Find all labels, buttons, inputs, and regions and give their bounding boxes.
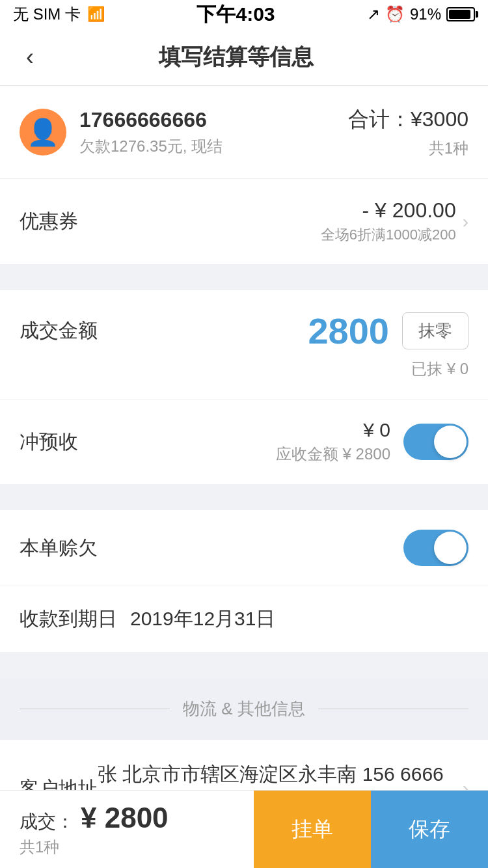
coupon-discount: - ¥ 200.00 [321, 198, 456, 223]
amount-section: 成交金额 2800 抹零 已抹 ¥ 0 [0, 290, 488, 399]
bottom-summary: 成交： ¥ 2800 共1种 [0, 802, 254, 858]
section-divider-2 [0, 497, 488, 510]
avatar: 👤 [20, 109, 66, 156]
toggle-knob [434, 426, 467, 458]
prepay-sub: 应收金额 ¥ 2800 [276, 444, 390, 465]
amount-row: 成交金额 2800 抹零 [20, 310, 468, 352]
amount-label: 成交金额 [20, 318, 98, 344]
credit-label: 本单赊欠 [20, 535, 98, 562]
credit-toggle-knob [434, 532, 467, 564]
customer-info: 17666666666 欠款1276.35元, 现结 [79, 108, 348, 157]
summary-label: 成交： [20, 809, 74, 834]
transaction-amount: 2800 [308, 310, 389, 352]
alarm-icon: ⏰ [385, 5, 405, 23]
battery-icon [446, 7, 475, 21]
total-count: 共1种 [348, 138, 468, 159]
total-amount: 合计：¥3000 [348, 105, 468, 134]
status-bar: 无 SIM 卡 📶 下午4:03 ↗ ⏰ 91% [0, 0, 488, 29]
hang-button[interactable]: 挂单 [254, 791, 371, 869]
location-icon: ↗ [367, 5, 380, 23]
section-divider-1 [0, 277, 488, 290]
prepay-row: 冲预收 ¥ 0 应收金额 ¥ 2800 [0, 399, 488, 484]
due-date-value: 2019年12月31日 [130, 606, 275, 632]
customer-debt: 欠款1276.35元, 现结 [79, 136, 348, 157]
customer-card: 👤 17666666666 欠款1276.35元, 现结 合计：¥3000 共1… [0, 86, 488, 264]
back-button[interactable]: ‹ [20, 37, 40, 77]
page-title: 填写结算等信息 [40, 42, 432, 72]
prepay-amount: ¥ 0 [276, 419, 390, 441]
status-left: 无 SIM 卡 📶 [13, 4, 105, 25]
coupon-row[interactable]: 优惠券 - ¥ 200.00 全场6折满1000减200 › [0, 178, 488, 264]
section-divider-3 [0, 665, 488, 678]
status-time: 下午4:03 [197, 1, 275, 28]
save-button[interactable]: 保存 [371, 791, 488, 869]
round-button[interactable]: 抹零 [402, 312, 468, 349]
due-date-label: 收款到期日 [20, 606, 117, 632]
sim-status: 无 SIM 卡 [13, 4, 81, 25]
customer-total: 合计：¥3000 共1种 [348, 105, 468, 159]
status-right: ↗ ⏰ 91% [367, 5, 475, 23]
prepay-label: 冲预收 [20, 429, 78, 455]
nav-bar: ‹ 填写结算等信息 [0, 29, 488, 86]
amount-sub: 已抹 ¥ 0 [20, 359, 468, 379]
prepay-right: ¥ 0 应收金额 ¥ 2800 [276, 419, 468, 465]
coupon-chevron-icon: › [463, 211, 468, 232]
summary-main: 成交： ¥ 2800 [20, 802, 234, 834]
amount-right: 2800 抹零 [308, 310, 468, 352]
credit-toggle[interactable] [403, 530, 468, 566]
credit-row: 本单赊欠 [0, 510, 488, 586]
coupon-label: 优惠券 [20, 208, 78, 235]
battery-percent: 91% [410, 5, 441, 23]
prepay-amount-block: ¥ 0 应收金额 ¥ 2800 [276, 419, 390, 465]
credit-card: 本单赊欠 收款到期日 2019年12月31日 [0, 510, 488, 652]
coupon-info: - ¥ 200.00 全场6折满1000减200 [321, 198, 456, 245]
logistics-line-right [318, 709, 468, 709]
coupon-right: - ¥ 200.00 全场6折满1000减200 › [321, 198, 468, 245]
avatar-icon: 👤 [27, 117, 59, 148]
wifi-icon: 📶 [87, 6, 105, 23]
due-date-row: 收款到期日 2019年12月31日 [0, 586, 488, 652]
coupon-desc: 全场6折满1000减200 [321, 225, 456, 245]
summary-amount: ¥ 2800 [81, 802, 169, 834]
customer-phone: 17666666666 [79, 108, 348, 132]
customer-row: 👤 17666666666 欠款1276.35元, 现结 合计：¥3000 共1… [0, 86, 488, 178]
summary-count: 共1种 [20, 837, 234, 858]
amount-card: 成交金额 2800 抹零 已抹 ¥ 0 冲预收 ¥ 0 应收金额 ¥ 2800 [0, 290, 488, 484]
logistics-text: 物流 & 其他信息 [170, 698, 318, 720]
prepay-toggle[interactable] [403, 424, 468, 460]
logistics-divider: 物流 & 其他信息 [0, 678, 488, 740]
logistics-line-left [20, 709, 170, 709]
bottom-bar: 成交： ¥ 2800 共1种 挂单 保存 [0, 790, 488, 868]
